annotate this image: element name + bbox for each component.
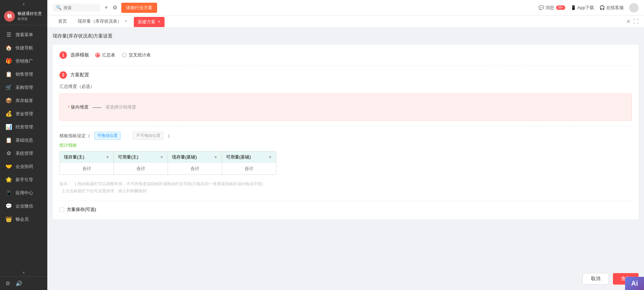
sidebar-item-label: 采购管理 (16, 84, 33, 91)
topbar-actions: 💬 消息 99+ 📱 App下载 🎧 在线客服 (539, 3, 639, 13)
tabs-bar: 首页 现存量（库存状况表） ✕ 新建方案 ✕ ✕ ⛶ (47, 16, 644, 28)
step1-title: 选择模板 (70, 52, 89, 58)
tab-new-plan-close[interactable]: ✕ (157, 20, 160, 24)
sidebar-item-label: 资金管理 (16, 111, 33, 117)
message-badge: 99+ (556, 5, 565, 10)
settings-panel: 1 选择模板 汇总表 交叉统计表 (53, 45, 639, 219)
sidebar-item-system[interactable]: ⚙ 系统管理 (0, 147, 47, 160)
search-input[interactable] (64, 5, 91, 10)
dropdown-arrow-icon[interactable]: ▼ (104, 5, 108, 10)
stats-cell-3: 合计 (222, 163, 276, 174)
stats-cell-1: 合计 (114, 163, 168, 174)
sidebar-item-label: 营销推广 (16, 58, 33, 64)
sidebar-item-label: 经营管理 (16, 124, 33, 130)
cancel-button[interactable]: 取消 (583, 273, 609, 285)
sidebar-item-label: 基础信息 (16, 137, 33, 143)
finance-icon: 💰 (5, 111, 12, 117)
search-menu-icon: ☰ (5, 31, 12, 38)
sidebar-item-corp[interactable]: 🤝 企业协同 (0, 160, 47, 173)
save-checkbox[interactable] (59, 207, 64, 212)
search-box[interactable]: 🔍 (53, 4, 100, 11)
tab-new-plan[interactable]: 新建方案 ✕ (134, 17, 165, 27)
dimension-dash: —— (93, 105, 101, 110)
main-area: 🔍 ▼ ⚙ 体验行业方案 💬 消息 99+ 📱 App下载 🎧 在线客服 (47, 0, 644, 290)
stats-table-header: 现存量(主) ▼ 可用量(主) ▼ 现存量(基辅) ▼ (60, 151, 276, 163)
chevron-down-icon-3[interactable]: ▼ (268, 155, 272, 159)
required-mark: * (68, 105, 70, 110)
draggable-badge: 可拖动位置 (94, 132, 121, 140)
volume-icon[interactable]: 🔊 (16, 280, 22, 287)
save-checkbox-label: 方案保存(可选) (67, 207, 96, 213)
sidebar-scroll-down[interactable]: ▼ (0, 269, 47, 276)
col-header-1[interactable]: 可用量(主) ▼ (114, 151, 168, 163)
home-icon: 🏠 (5, 45, 12, 51)
corp-icon: 🤝 (5, 163, 12, 170)
sidebar-item-basic-info[interactable]: 📋 基础信息 (0, 134, 47, 147)
col-header-2[interactable]: 现存量(基辅) ▼ (168, 151, 222, 163)
sidebar-item-label: 新手引导 (16, 177, 33, 183)
sidebar-item-sales[interactable]: 📋 销售管理 (0, 68, 47, 81)
sidebar-item-label: 快捷导航 (16, 45, 33, 51)
sidebar-item-finance[interactable]: 💰 资金管理 (0, 107, 47, 120)
close-window-icon[interactable]: ✕ (626, 18, 630, 25)
tip-item-1: 2.点击标题栏下拉可设置排序、插入列和删除列 (59, 188, 632, 194)
chevron-down-icon-0[interactable]: ▼ (106, 155, 109, 159)
headset-icon: 🎧 (599, 5, 605, 10)
search-icon: 🔍 (56, 5, 61, 10)
sales-icon: 📋 (5, 71, 12, 77)
sidebar-scroll-up[interactable]: ▲ (0, 0, 47, 7)
col-header-3[interactable]: 可用量(基辅) ▼ (222, 151, 276, 163)
message-icon: 💬 (539, 5, 544, 10)
online-service-btn[interactable]: 🎧 在线客服 (599, 5, 624, 11)
step1-badge: 1 (59, 51, 67, 59)
stats-cell-2: 合计 (168, 163, 222, 174)
dimension-area[interactable]: * 纵向维度 —— 请选择分组维度 (59, 94, 632, 121)
sidebar-item-inventory[interactable]: 📦 库存核算 (0, 94, 47, 107)
sidebar-item-guide[interactable]: 🌟 新手引导 (0, 173, 47, 186)
sidebar: ▲ 畅 畅捷通好生意 标准版 ☰ 搜索菜单 🏠 快捷导航 🎁 营销推广 📋 销售… (0, 0, 47, 290)
sidebar-item-search-menu[interactable]: ☰ 搜索菜单 (0, 28, 47, 41)
sidebar-item-label: 应用中心 (16, 190, 33, 196)
vertical-dimension-label: 纵向维度 (71, 104, 89, 110)
sidebar-item-member[interactable]: 👑 畅会员 (0, 213, 47, 226)
sidebar-item-operations[interactable]: 📊 经营管理 (0, 120, 47, 134)
stats-table: 现存量(主) ▼ 可用量(主) ▼ 现存量(基辅) ▼ (59, 151, 276, 175)
radio-summary[interactable]: 汇总表 (95, 52, 115, 58)
tab-home[interactable]: 首页 (53, 16, 72, 28)
settings-icon[interactable]: ⚙ (5, 280, 10, 287)
sidebar-item-wechat[interactable]: 💬 企业微信 (0, 199, 47, 213)
dimension-placeholder: 请选择分组维度 (105, 104, 136, 110)
ai-badge[interactable]: Ai (625, 277, 644, 290)
avatar[interactable] (629, 3, 639, 13)
radio-cross[interactable]: 交叉统计表 (122, 52, 151, 58)
step2-title: 方案配置 (70, 72, 89, 78)
sidebar-item-app-center[interactable]: 📱 应用中心 (0, 186, 47, 199)
sidebar-item-label: 企业协同 (16, 164, 33, 170)
app-logo-text: 畅捷通好生意 标准版 (18, 11, 42, 21)
tips-section: 提示： 1.拖动标题栏可以调整布局，不可跨维度或指标区域拖动栏目字段(只能在同一… (59, 181, 632, 194)
sidebar-item-label: 系统管理 (16, 150, 33, 156)
sidebar-item-marketing[interactable]: 🎁 营销推广 (0, 54, 47, 68)
sidebar-item-purchase[interactable]: 🛒 采购管理 (0, 81, 47, 94)
tab-inventory-close[interactable]: ✕ (124, 19, 128, 23)
non-draggable-badge: 不可拖动位置 (133, 132, 164, 140)
message-btn[interactable]: 💬 消息 99+ (539, 5, 565, 11)
step1-section: 1 选择模板 汇总表 交叉统计表 (59, 51, 632, 59)
industry-btn[interactable]: 体验行业方案 (121, 3, 157, 13)
chevron-down-icon-1[interactable]: ▼ (160, 155, 164, 159)
radio-summary-circle (95, 53, 100, 57)
gear-icon[interactable]: ⚙ (113, 4, 117, 11)
sidebar-item-label: 库存核算 (16, 98, 33, 104)
tab-inventory[interactable]: 现存量（库存状况表） ✕ (72, 16, 134, 28)
guide-icon: 🌟 (5, 176, 12, 183)
col-header-0[interactable]: 现存量(主) ▼ (60, 151, 114, 163)
sidebar-item-label: 畅会员 (16, 216, 29, 222)
wechat-icon: 💬 (5, 203, 12, 209)
app-download-btn[interactable]: 📱 App下载 (571, 5, 594, 11)
page-title: 现存量(库存状况表)方案设置 (53, 33, 639, 39)
expand-window-icon[interactable]: ⛶ (633, 19, 639, 25)
app-center-icon: 📱 (5, 190, 12, 196)
sidebar-item-quick-nav[interactable]: 🏠 快捷导航 (0, 41, 47, 54)
content-area: 现存量(库存状况表)方案设置 1 选择模板 汇总表 交叉统计表 (47, 28, 644, 290)
chevron-down-icon-2[interactable]: ▼ (214, 155, 218, 159)
